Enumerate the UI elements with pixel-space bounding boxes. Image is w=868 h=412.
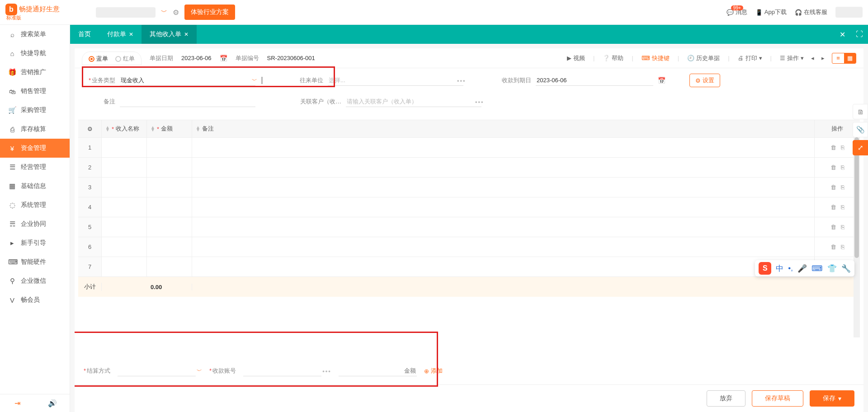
save-draft-button[interactable]: 保存草稿 bbox=[752, 390, 803, 407]
grid-col-name[interactable]: ▲▼*收入名称 bbox=[102, 120, 147, 137]
biz-type-input[interactable] bbox=[120, 75, 255, 86]
ime-lang[interactable]: 中 bbox=[776, 263, 783, 274]
row-copy-icon[interactable]: ⎘ bbox=[841, 204, 844, 211]
online-service-link[interactable]: 🎧 在线客服 bbox=[795, 8, 827, 16]
grid-col-settings[interactable]: ⚙ bbox=[78, 120, 102, 137]
rail-note-button[interactable]: 🗎 bbox=[853, 104, 868, 119]
grid-row[interactable]: 6🗑⎘ bbox=[78, 237, 860, 257]
doc-date-value[interactable]: 2023-06-06 bbox=[181, 55, 212, 61]
tab-payment[interactable]: 付款单✕ bbox=[99, 25, 142, 44]
sidebar-item-stock[interactable]: ⎙库存核算 bbox=[0, 120, 70, 139]
more-icon[interactable]: ••• bbox=[475, 98, 484, 105]
video-link[interactable]: ▶视频 bbox=[567, 54, 585, 62]
grid-row[interactable]: 5🗑⎘ bbox=[78, 217, 860, 237]
sidebar-item-guide[interactable]: ▸新手引导 bbox=[0, 234, 70, 253]
sidebar-item-system[interactable]: ◌系统管理 bbox=[0, 196, 70, 215]
add-settlement-button[interactable]: ⊕添加 bbox=[424, 367, 443, 375]
sidebar-sound-button[interactable]: 🔊 bbox=[35, 394, 70, 412]
grid-row[interactable]: 1🗑⎘ bbox=[78, 138, 860, 158]
tabstrip-close-button[interactable]: ✕ bbox=[834, 25, 851, 44]
view-list-icon[interactable]: ≡ bbox=[832, 53, 844, 63]
prev-doc-button[interactable]: ◂ bbox=[811, 55, 814, 61]
print-button[interactable]: 🖨打印▾ bbox=[738, 54, 762, 62]
radio-blue[interactable]: 蓝单 bbox=[89, 55, 108, 63]
sidebar-item-sales[interactable]: 🛍销售管理 bbox=[0, 82, 70, 101]
tab-home[interactable]: 首页 bbox=[70, 25, 99, 44]
org-caret-icon[interactable]: ﹀ bbox=[161, 8, 167, 16]
settle-acct-input[interactable] bbox=[243, 365, 321, 376]
row-copy-icon[interactable]: ⎘ bbox=[841, 144, 844, 151]
settle-amount-input[interactable] bbox=[339, 365, 417, 376]
tab-close-icon[interactable]: ✕ bbox=[184, 31, 189, 37]
app-download-link[interactable]: 📱 App下载 bbox=[755, 8, 787, 16]
calendar-icon[interactable]: 📅 bbox=[658, 77, 665, 84]
grid-col-remark[interactable]: ▲▼备注 bbox=[192, 120, 815, 137]
row-delete-icon[interactable]: 🗑 bbox=[830, 204, 836, 211]
more-icon[interactable]: ••• bbox=[322, 368, 331, 375]
grid-row[interactable]: 7🗑⎘ bbox=[78, 257, 860, 277]
view-card-icon[interactable]: ▦ bbox=[844, 53, 856, 63]
org-settings-icon[interactable]: ⚙ bbox=[173, 8, 179, 17]
row-delete-icon[interactable]: 🗑 bbox=[830, 243, 836, 250]
settle-method-input[interactable] bbox=[118, 365, 196, 376]
row-delete-icon[interactable]: 🗑 bbox=[830, 184, 836, 191]
chevron-down-icon[interactable]: ﹀ bbox=[197, 367, 202, 375]
due-date-input[interactable] bbox=[536, 75, 653, 86]
sidebar-item-wxwork[interactable]: ⚲企业微信 bbox=[0, 272, 70, 290]
more-icon[interactable]: ••• bbox=[457, 77, 466, 84]
sidebar-item-operate[interactable]: ☰经营管理 bbox=[0, 158, 70, 177]
sidebar-item-finance[interactable]: ¥资金管理 bbox=[0, 139, 70, 158]
grid-row[interactable]: 3🗑⎘ bbox=[78, 178, 860, 197]
ime-keyboard-icon[interactable]: ⌨ bbox=[811, 264, 823, 273]
row-delete-icon[interactable]: 🗑 bbox=[830, 164, 836, 171]
grid-row[interactable]: 4🗑⎘ bbox=[78, 197, 860, 217]
tabstrip-fullscreen-button[interactable]: ⛶ bbox=[851, 25, 868, 44]
rail-attach-button[interactable]: 📎 bbox=[853, 122, 868, 137]
org-name-placeholder[interactable]: xxxxxxxx bbox=[96, 7, 156, 18]
sidebar-item-member[interactable]: V畅会员 bbox=[0, 290, 70, 309]
chevron-down-icon[interactable]: ﹀ bbox=[252, 77, 257, 84]
ime-toolbar[interactable]: S 中 •, 🎤 ⌨ 👕 🔧 bbox=[755, 260, 854, 276]
user-avatar[interactable] bbox=[835, 7, 863, 18]
sidebar-item-quicknav[interactable]: ⌂快捷导航 bbox=[0, 44, 70, 63]
sidebar-collapse-button[interactable]: ⇥ bbox=[0, 394, 35, 412]
industry-solution-button[interactable]: 体验行业方案 bbox=[184, 5, 235, 20]
sidebar-item-basedata[interactable]: ▦基础信息 bbox=[0, 177, 70, 196]
row-copy-icon[interactable]: ⎘ bbox=[841, 243, 844, 250]
grid-col-amount[interactable]: ▲▼*金额 bbox=[147, 120, 192, 137]
tab-other-income[interactable]: 其他收入单✕ bbox=[142, 25, 197, 44]
grid-row[interactable]: 2🗑⎘ bbox=[78, 158, 860, 178]
ime-tool-icon[interactable]: 🔧 bbox=[841, 264, 851, 273]
grid-scrollbar[interactable] bbox=[854, 136, 860, 337]
history-link[interactable]: 🕘历史单据 bbox=[687, 54, 720, 62]
row-copy-icon[interactable]: ⎘ bbox=[841, 224, 844, 230]
sidebar-item-collab[interactable]: ☴企业协同 bbox=[0, 215, 70, 234]
sidebar-item-promo[interactable]: 🎁营销推广 bbox=[0, 63, 70, 82]
next-doc-button[interactable]: ▸ bbox=[821, 55, 825, 61]
sidebar-item-purchase[interactable]: 🛒采购管理 bbox=[0, 101, 70, 120]
ime-skin-icon[interactable]: 👕 bbox=[827, 264, 837, 273]
messages-link[interactable]: 💬 消息 99+ bbox=[726, 8, 747, 16]
radio-red[interactable]: 红单 bbox=[115, 55, 135, 63]
tab-close-icon[interactable]: ✕ bbox=[129, 31, 133, 37]
ime-mic-icon[interactable]: 🎤 bbox=[797, 264, 807, 273]
row-copy-icon[interactable]: ⎘ bbox=[841, 184, 844, 191]
shortcut-link[interactable]: ⌨快捷键 bbox=[642, 54, 670, 62]
calendar-icon[interactable]: 📅 bbox=[220, 55, 227, 62]
discard-button[interactable]: 放弃 bbox=[707, 390, 745, 407]
ime-punct-icon[interactable]: •, bbox=[788, 264, 793, 273]
operate-button[interactable]: ☰操作▾ bbox=[780, 54, 804, 62]
party-input[interactable] bbox=[328, 75, 463, 86]
save-button[interactable]: 保存▾ bbox=[810, 390, 854, 407]
row-delete-icon[interactable]: 🗑 bbox=[830, 144, 836, 151]
sidebar-item-hardware[interactable]: ⌨智能硬件 bbox=[0, 253, 70, 272]
sidebar-item-search[interactable]: ⌕搜索菜单 bbox=[0, 25, 70, 44]
help-link[interactable]: ❔帮助 bbox=[603, 54, 623, 62]
link-cust-input[interactable] bbox=[346, 96, 481, 107]
row-delete-icon[interactable]: 🗑 bbox=[830, 224, 836, 230]
form-settings-button[interactable]: ⚙设置 bbox=[689, 74, 720, 87]
rail-expand-button[interactable]: ⤢ bbox=[853, 140, 868, 155]
remark-input[interactable] bbox=[120, 96, 255, 107]
scroll-thumb[interactable] bbox=[854, 137, 859, 258]
row-copy-icon[interactable]: ⎘ bbox=[841, 164, 844, 171]
